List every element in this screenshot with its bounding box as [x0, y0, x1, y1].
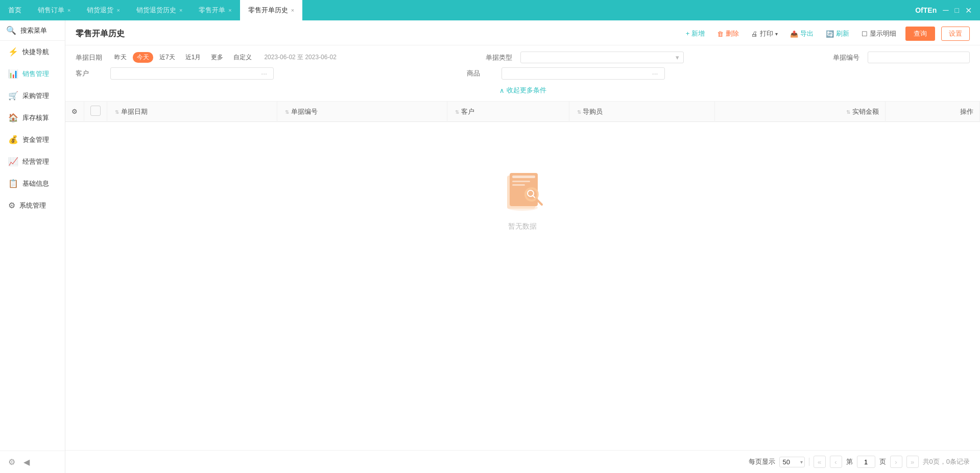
date-range-display: 2023-06-02 至 2023-06-02	[264, 53, 336, 62]
table-settings-icon[interactable]: ⚙	[71, 108, 78, 115]
setting-button[interactable]: 设置	[941, 27, 970, 41]
sidebar-settings-icon[interactable]: ⚙	[8, 457, 15, 467]
sidebar-item-operations[interactable]: 📈 经营管理	[0, 151, 65, 172]
search-icon: 🔍	[6, 26, 16, 35]
th-customer: ⇅ 客户	[447, 102, 569, 122]
page-size-wrapper: 10 20 50 100	[779, 457, 805, 467]
tab-sales-order-close[interactable]: ×	[67, 7, 70, 13]
export-icon: 📤	[790, 30, 798, 38]
customer-dots-icon: ···	[261, 69, 267, 78]
tab-home[interactable]: 首页	[0, 0, 30, 20]
filter-row-1: 单据日期 昨天 今天 近7天 近1月 更多 自定义 2023-06-02 至 2…	[76, 52, 970, 63]
collapse-button[interactable]: ∧ 收起更多条件	[499, 86, 546, 95]
empty-illustration	[497, 163, 548, 214]
minimize-btn[interactable]: ─	[943, 6, 948, 15]
print-icon: 🖨	[751, 30, 758, 38]
sidebar-collapse-icon[interactable]: ◀	[23, 457, 30, 467]
tab-sales-return-history-close[interactable]: ×	[179, 7, 182, 13]
maximize-btn[interactable]: □	[955, 6, 959, 14]
tab-sales-order[interactable]: 销售订单 ×	[30, 0, 79, 20]
page-indicator: 第	[846, 457, 853, 466]
checkbox-icon: ☐	[862, 30, 868, 38]
total-info: 共0页，0条记录	[923, 457, 970, 466]
empty-state: 暂无数据	[65, 122, 980, 272]
tab-retail-open-close[interactable]: ×	[228, 7, 231, 13]
print-button[interactable]: 🖨 打印 ▾	[748, 27, 781, 40]
sidebar-item-purchase-mgmt-label: 采购管理	[22, 91, 49, 101]
tab-retail-open-history[interactable]: 零售开单历史 ×	[240, 0, 302, 20]
select-all-checkbox[interactable]	[90, 106, 101, 116]
print-chevron-icon: ▾	[775, 31, 778, 37]
th-order-no-sort-icon[interactable]: ⇅	[285, 109, 289, 115]
sidebar-item-finance[interactable]: 💰 资金管理	[0, 129, 65, 151]
sidebar-item-sales-mgmt[interactable]: 📊 销售管理	[0, 63, 65, 85]
refresh-button[interactable]: 🔄 刷新	[823, 27, 852, 40]
date-btn-yesterday[interactable]: 昨天	[110, 52, 131, 63]
finance-icon: 💰	[8, 135, 18, 144]
sidebar-item-inventory[interactable]: 🏠 库存核算	[0, 107, 65, 129]
last-page-button[interactable]: »	[906, 456, 919, 468]
first-page-button[interactable]: «	[814, 456, 826, 468]
system-mgmt-icon: ⚙	[8, 201, 15, 210]
customer-filter-label: 客户	[76, 69, 104, 78]
filter-row-2: 客户 ··· 商品 ···	[76, 67, 970, 80]
svg-rect-3	[512, 176, 535, 178]
sidebar-item-finance-label: 资金管理	[22, 135, 49, 144]
th-salesperson-sort-icon[interactable]: ⇅	[577, 109, 581, 115]
collapse-label: 收起更多条件	[507, 86, 546, 95]
query-button[interactable]: 查询	[905, 27, 935, 41]
th-date-sort-icon[interactable]: ⇅	[115, 109, 119, 115]
date-btn-today[interactable]: 今天	[133, 52, 153, 63]
th-amount-sort-icon[interactable]: ⇅	[846, 109, 850, 115]
date-btn-7days[interactable]: 近7天	[155, 52, 179, 63]
export-button[interactable]: 📤 导出	[787, 27, 817, 40]
print-label: 打印	[760, 29, 773, 38]
sidebar-item-quick-nav[interactable]: ⚡ 快捷导航	[0, 41, 65, 63]
page-number-input[interactable]	[857, 456, 875, 468]
pagination-divider	[809, 458, 809, 466]
goods-select[interactable]: ···	[501, 67, 665, 80]
th-salesperson-label: 导购员	[583, 108, 603, 115]
th-amount-label: 实销金额	[852, 108, 879, 115]
tab-retail-open[interactable]: 零售开单 ×	[190, 0, 240, 20]
th-actions: 操作	[885, 102, 979, 122]
pagination: 每页显示 10 20 50 100 « ‹ 第 页 › » 共0页，0条记录	[65, 450, 980, 473]
page-title: 零售开单历史	[76, 29, 125, 39]
tab-sales-return-label: 销货退货	[87, 6, 113, 15]
th-customer-sort-icon[interactable]: ⇅	[455, 109, 459, 115]
tab-sales-return-close[interactable]: ×	[116, 7, 119, 13]
add-button[interactable]: + 新增	[683, 27, 708, 40]
sidebar-search[interactable]: 🔍 搜索菜单	[0, 20, 65, 41]
date-filter-label: 单据日期	[76, 53, 104, 62]
order-type-select[interactable]: ▾	[520, 52, 684, 63]
goods-dots-icon: ···	[652, 69, 658, 78]
sidebar-item-system-mgmt[interactable]: ⚙ 系统管理	[0, 194, 65, 216]
tab-sales-return[interactable]: 销货退货 ×	[79, 0, 128, 20]
content-area: 零售开单历史 + 新增 🗑 删除 🖨 打印 ▾ 📤 导出 🔄	[65, 20, 980, 473]
sales-mgmt-icon: 📊	[8, 69, 18, 79]
tab-sales-return-history[interactable]: 销货退货历史 ×	[128, 0, 190, 20]
date-btn-more[interactable]: 更多	[207, 52, 227, 63]
page-size-select[interactable]: 10 20 50 100	[779, 457, 805, 467]
main-layout: 🔍 搜索菜单 ⚡ 快捷导航 📊 销售管理 🛒 采购管理 🏠 库存核算 💰 资金管…	[0, 20, 980, 473]
date-btn-custom[interactable]: 自定义	[229, 52, 256, 63]
th-amount: ⇅ 实销金额	[715, 102, 885, 122]
order-no-input[interactable]	[868, 52, 970, 63]
tab-sales-order-label: 销售订单	[38, 6, 64, 15]
display-detail-button[interactable]: ☐ 显示明细	[858, 27, 899, 40]
next-page-button[interactable]: ›	[890, 456, 902, 468]
th-actions-label: 操作	[960, 108, 973, 115]
th-checkbox[interactable]	[84, 102, 107, 122]
sidebar-item-base-info[interactable]: 📋 基础信息	[0, 172, 65, 194]
delete-button[interactable]: 🗑 删除	[714, 27, 742, 40]
th-setting[interactable]: ⚙	[65, 102, 84, 122]
tab-retail-open-history-close[interactable]: ×	[291, 7, 294, 13]
page-size-label: 每页显示	[749, 457, 775, 466]
delete-icon: 🗑	[717, 30, 724, 38]
prev-page-button[interactable]: ‹	[830, 456, 842, 468]
close-btn[interactable]: ✕	[965, 6, 972, 15]
sidebar-item-purchase-mgmt[interactable]: 🛒 采购管理	[0, 85, 65, 107]
date-btn-1month[interactable]: 近1月	[181, 52, 205, 63]
th-date-label: 单据日期	[121, 108, 148, 115]
customer-select[interactable]: ···	[110, 67, 274, 80]
